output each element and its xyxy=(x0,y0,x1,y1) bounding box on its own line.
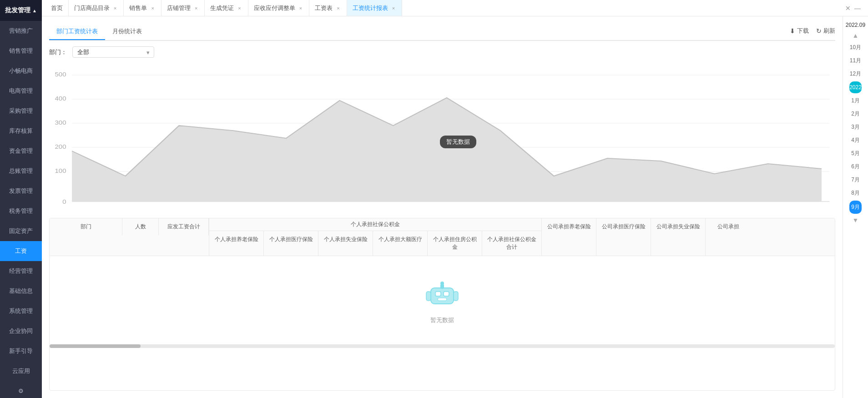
refresh-label: 刷新 xyxy=(823,27,835,35)
sidebar: 批发管理 ▲ 营销推广销售管理小畅电商电商管理采购管理库存核算资金管理总账管理发… xyxy=(0,0,42,398)
th-personal-housing: 个人承担住房公积金 xyxy=(428,231,482,256)
sidebar-item-cloud[interactable]: 云应用 xyxy=(0,361,42,381)
th-count: 人数 xyxy=(122,218,159,235)
tab-close-store-catalog[interactable]: × xyxy=(112,5,118,11)
main-area: 首页门店商品目录×销售单×店铺管理×生成凭证×应收应付调整单×工资表×工资统计报… xyxy=(42,0,868,398)
sidebar-item-inventory[interactable]: 库存核算 xyxy=(0,121,42,141)
minus-icon[interactable]: — xyxy=(854,5,861,12)
tab-sales-order[interactable]: 销售单× xyxy=(124,0,161,16)
th-personal-medical: 个人承担医疗保险 xyxy=(264,231,318,256)
timeline-item-4月[interactable]: 4月 xyxy=(848,134,863,147)
chart-wrapper: 500 400 300 200 100 0 xyxy=(49,65,835,211)
tab-bar: 首页门店商品目录×销售单×店铺管理×生成凭证×应收应付调整单×工资表×工资统计报… xyxy=(42,0,868,16)
sidebar-item-ecommerce[interactable]: 电商管理 xyxy=(0,81,42,101)
chart-no-data-tooltip: 暂无数据 xyxy=(440,136,476,148)
sidebar-item-assets[interactable]: 固定资产 xyxy=(0,221,42,241)
sidebar-item-ecommerce-small[interactable]: 小畅电商 xyxy=(0,61,42,81)
tab-close-sales-order[interactable]: × xyxy=(150,5,155,11)
timeline-nav-up[interactable]: ▲ xyxy=(853,30,859,41)
sidebar-item-marketing[interactable]: 营销推广 xyxy=(0,21,42,41)
sidebar-item-salary[interactable]: 工资 xyxy=(0,241,42,261)
svg-text:100: 100 xyxy=(55,168,67,174)
svg-text:200: 200 xyxy=(55,144,67,150)
timeline-item-5月[interactable]: 5月 xyxy=(848,147,863,160)
timeline-item-8月[interactable]: 8月 xyxy=(848,186,863,200)
svg-marker-12 xyxy=(72,98,822,202)
sidebar-item-sales[interactable]: 销售管理 xyxy=(0,41,42,61)
tab-home[interactable]: 首页 xyxy=(45,0,69,16)
sidebar-item-operation[interactable]: 经营管理 xyxy=(0,261,42,281)
timeline-item-11月[interactable]: 11月 xyxy=(848,54,863,67)
tab-payroll-report[interactable]: 工资统计报表× xyxy=(347,0,402,16)
timeline-item-3月[interactable]: 3月 xyxy=(848,121,863,134)
tab-label-home: 首页 xyxy=(51,4,63,12)
svg-text:400: 400 xyxy=(55,96,67,101)
tab-bar-close[interactable]: ✕ — xyxy=(842,5,864,12)
sub-tab-dept[interactable]: 部门工资统计表 xyxy=(49,24,105,40)
no-data-icon xyxy=(424,274,460,311)
tab-label-shop-manage: 店铺管理 xyxy=(167,4,191,12)
sidebar-item-ledger[interactable]: 总账管理 xyxy=(0,161,42,181)
tab-close-shop-manage[interactable]: × xyxy=(193,5,199,11)
sidebar-item-basic[interactable]: 基础信息 xyxy=(0,281,42,301)
sidebar-item-system[interactable]: 系统管理 xyxy=(0,301,42,321)
timeline-item-9月[interactable]: 9月 xyxy=(849,201,862,214)
scrollbar-thumb[interactable] xyxy=(50,344,141,348)
sidebar-item-finance[interactable]: 资金管理 xyxy=(0,141,42,161)
svg-rect-14 xyxy=(435,292,441,296)
tab-adjustment[interactable]: 应收应付调整单× xyxy=(248,0,309,16)
dept-select[interactable]: 全部 部门A 部门B xyxy=(72,46,154,58)
timeline-item-2月[interactable]: 2月 xyxy=(848,107,863,121)
th-personal-unemployment: 个人承担失业保险 xyxy=(318,231,373,256)
tab-close-payroll-report[interactable]: × xyxy=(391,5,396,11)
chart-container: 500 400 300 200 100 0 xyxy=(49,65,835,211)
filter-row: 部门： 全部 部门A 部门B xyxy=(49,46,835,58)
timeline-current-label: 2022.09 xyxy=(846,20,865,30)
timeline-panel: 2022.09 ▲ 10月11月12月20221月2月3月4月5月6月7月8月9… xyxy=(843,16,868,398)
th-group-title: 个人承担社保公积金 xyxy=(209,218,541,231)
timeline-item-6月[interactable]: 6月 xyxy=(848,160,863,173)
tab-close-payroll[interactable]: × xyxy=(335,5,341,11)
sidebar-title[interactable]: 批发管理 ▲ xyxy=(0,0,42,21)
table-no-data: 暂无数据 xyxy=(50,256,835,343)
sidebar-footer-settings[interactable]: ⚙ xyxy=(0,381,42,398)
tab-store-catalog[interactable]: 门店商品目录× xyxy=(69,0,124,16)
timeline-item-2022[interactable]: 2022 xyxy=(849,81,862,93)
timeline-item-12月[interactable]: 12月 xyxy=(848,67,863,81)
sidebar-item-purchase[interactable]: 采购管理 xyxy=(0,101,42,121)
tab-label-payroll: 工资表 xyxy=(315,4,333,12)
close-icon[interactable]: ✕ xyxy=(845,5,851,12)
tab-payroll[interactable]: 工资表× xyxy=(309,0,347,16)
sub-tab-month[interactable]: 月份统计表 xyxy=(105,24,149,40)
svg-rect-20 xyxy=(454,292,458,301)
svg-text:500: 500 xyxy=(55,71,67,77)
tab-label-store-catalog: 门店商品目录 xyxy=(74,4,110,12)
tab-close-voucher[interactable]: × xyxy=(237,5,242,11)
dept-filter-label: 部门： xyxy=(49,48,67,56)
th-salary: 应发工资合计 xyxy=(159,218,209,235)
timeline-item-1月[interactable]: 1月 xyxy=(848,94,863,107)
download-button[interactable]: ⬇ 下载 xyxy=(790,27,809,35)
horizontal-scrollbar[interactable] xyxy=(50,344,835,348)
th-personal-pension: 个人承担养老保险 xyxy=(209,231,264,256)
tab-close-adjustment[interactable]: × xyxy=(298,5,303,11)
page-content: 部门工资统计表 月份统计表 ⬇ 下载 ↻ 刷新 部门： xyxy=(42,16,843,398)
th-personal-major: 个人承担大额医疗 xyxy=(373,231,428,256)
timeline-item-10月[interactable]: 10月 xyxy=(848,41,863,54)
sidebar-item-invoice[interactable]: 发票管理 xyxy=(0,181,42,201)
sidebar-item-tax[interactable]: 税务管理 xyxy=(0,201,42,221)
tab-label-voucher: 生成凭证 xyxy=(210,4,234,12)
timeline-item-7月[interactable]: 7月 xyxy=(848,173,863,186)
refresh-button[interactable]: ↻ 刷新 xyxy=(816,27,835,35)
svg-text:0: 0 xyxy=(62,199,66,205)
tab-voucher[interactable]: 生成凭证× xyxy=(205,0,248,16)
tab-label-sales-order: 销售单 xyxy=(129,4,147,12)
sidebar-title-arrow: ▲ xyxy=(32,8,37,13)
sidebar-item-collab[interactable]: 企业协同 xyxy=(0,321,42,341)
sidebar-item-guide[interactable]: 新手引导 xyxy=(0,341,42,361)
tab-shop-manage[interactable]: 店铺管理× xyxy=(161,0,205,16)
th-company-other: 公司承担 xyxy=(706,218,751,256)
sub-tabs: 部门工资统计表 月份统计表 xyxy=(49,24,149,40)
th-dept: 部门 xyxy=(50,218,122,235)
timeline-nav-down[interactable]: ▼ xyxy=(853,215,859,226)
